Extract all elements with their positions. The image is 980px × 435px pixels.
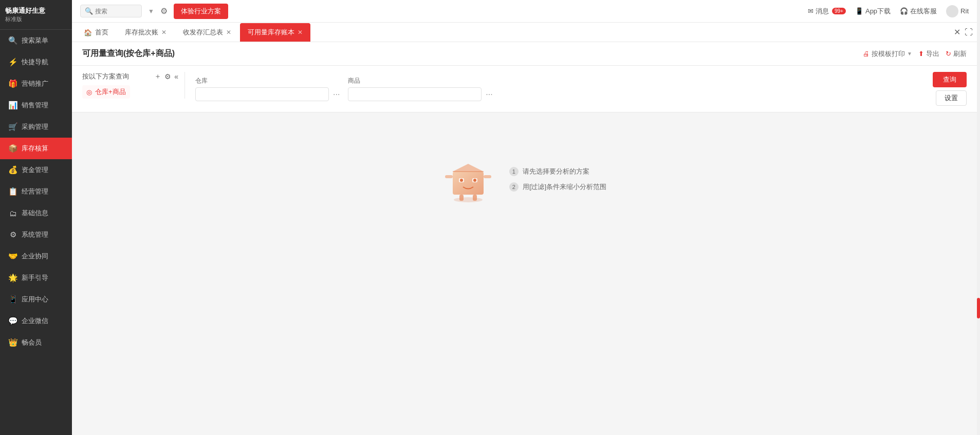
member-icon: 👑 <box>8 338 17 347</box>
sidebar-item-guide[interactable]: 🌟 新手引导 <box>0 267 72 289</box>
empty-tip-1: 1 请先选择要分析的方案 <box>509 167 606 176</box>
close-icon[interactable]: ✕ <box>161 29 167 36</box>
query-btn[interactable]: 查询 <box>933 72 967 87</box>
user-info[interactable]: Rit <box>946 5 969 17</box>
shortcut-icon: ⚡ <box>8 58 17 67</box>
home-icon: 🏠 <box>84 29 92 36</box>
close-icon[interactable]: ✕ <box>298 29 303 36</box>
basic-icon: 🗂 <box>8 209 17 218</box>
goods-input[interactable] <box>348 87 482 101</box>
print-icon: 🖨 <box>863 50 870 58</box>
filter-scheme-label: 按以下方案查询 <box>82 72 129 81</box>
app-title: 畅康通好生意 <box>5 6 67 15</box>
sidebar-item-basic[interactable]: 🗂 基础信息 <box>0 202 72 224</box>
guide-icon: 🌟 <box>8 273 17 282</box>
tab-batch-account[interactable]: 库存批次账 ✕ <box>117 23 174 42</box>
scheme-item[interactable]: ◎ 仓库+商品 <box>82 85 130 99</box>
sidebar-logo: 畅康通好生意 标准版 <box>0 0 72 30</box>
gift-icon: 🎁 <box>8 79 17 88</box>
sidebar-item-wechat[interactable]: 💬 企业微信 <box>0 310 72 332</box>
tab-available-ledger[interactable]: 可用量库存账本 ✕ <box>240 23 310 42</box>
warehouse-input-row: ··· <box>195 87 340 101</box>
tip-num-1: 1 <box>509 167 519 176</box>
sidebar-item-search[interactable]: 🔍 搜索菜单 <box>0 30 72 51</box>
export-btn[interactable]: ⬆ 导出 <box>918 49 939 59</box>
sidebar-item-marketing[interactable]: 🎁 营销推广 <box>0 73 72 94</box>
maximize-btn[interactable]: ⛶ <box>965 28 973 37</box>
search-input[interactable] <box>95 8 131 15</box>
sidebar-item-enterprise[interactable]: 🤝 企业协同 <box>0 245 72 267</box>
settings-btn[interactable]: 设置 <box>936 90 967 106</box>
app-download-btn[interactable]: 📱 App下载 <box>855 7 891 16</box>
svg-rect-8 <box>484 175 491 178</box>
print-label: 按模板打印 <box>872 49 905 59</box>
app-download-label: App下载 <box>865 7 891 16</box>
refresh-icon: ↻ <box>946 50 951 58</box>
sidebar-item-finance[interactable]: 💰 资金管理 <box>0 159 72 181</box>
chevron-down-icon: ▼ <box>907 51 912 56</box>
svg-point-6 <box>473 179 476 182</box>
sidebar: 畅康通好生意 标准版 🔍 搜索菜单 ⚡ 快捷导航 🎁 营销推广 📊 销售管理 🛒… <box>0 0 72 435</box>
app-icon: 📱 <box>855 7 863 15</box>
operation-icon: 📋 <box>8 187 17 196</box>
sidebar-item-label: 基础信息 <box>22 209 48 218</box>
filter-left-actions: ＋ ⚙ « <box>154 72 178 81</box>
online-service-btn[interactable]: 🎧 在线客服 <box>900 7 937 16</box>
tab-home[interactable]: 🏠 首页 <box>76 23 116 42</box>
message-label: 消息 <box>816 7 829 16</box>
gear-icon[interactable]: ⚙ <box>160 6 168 16</box>
sidebar-item-label: 畅会员 <box>22 338 42 347</box>
industry-btn[interactable]: 体验行业方案 <box>174 4 228 19</box>
goods-more-btn[interactable]: ··· <box>486 90 492 99</box>
empty-illustration <box>442 154 494 205</box>
tip-num-2: 2 <box>509 182 519 192</box>
sidebar-item-label: 库存核算 <box>22 144 48 153</box>
right-scrollbar[interactable] <box>977 0 980 435</box>
sidebar-item-label: 企业微信 <box>22 316 48 326</box>
warehouse-more-btn[interactable]: ··· <box>333 90 340 99</box>
refresh-btn[interactable]: ↻ 刷新 <box>946 49 967 59</box>
goods-field: 商品 ··· <box>348 77 492 101</box>
collapse-btn[interactable]: « <box>174 72 178 81</box>
svg-marker-1 <box>453 164 484 172</box>
tabs-bar: 🏠 首页 库存批次账 ✕ 收发存汇总表 ✕ 可用量库存账本 ✕ ✕ ⛶ <box>72 23 977 42</box>
search-icon: 🔍 <box>8 36 17 45</box>
tab-deposit-summary[interactable]: 收发存汇总表 ✕ <box>175 23 239 42</box>
empty-tips: 1 请先选择要分析的方案 2 用[过滤]条件来缩小分析范围 <box>509 167 606 192</box>
page-header: 可用量查询(按仓库+商品) 🖨 按模板打印 ▼ ⬆ 导出 ↻ 刷新 <box>72 42 977 66</box>
export-label: 导出 <box>926 49 939 59</box>
wechat-icon: 💬 <box>8 316 17 326</box>
sidebar-item-system[interactable]: ⚙ 系统管理 <box>0 224 72 245</box>
warehouse-label: 仓库 <box>195 77 340 85</box>
tab-available-ledger-label: 可用量库存账本 <box>248 28 294 37</box>
sidebar-item-label: 应用中心 <box>22 295 48 304</box>
enterprise-icon: 🤝 <box>8 252 17 261</box>
avatar <box>946 5 958 17</box>
sidebar-item-inventory[interactable]: 📦 库存核算 <box>0 138 72 159</box>
print-btn[interactable]: 🖨 按模板打印 ▼ <box>863 49 912 59</box>
inventory-icon: 📦 <box>8 144 17 153</box>
search-icon: 🔍 <box>85 7 93 15</box>
sidebar-item-label: 系统管理 <box>22 230 48 239</box>
settings-scheme-btn[interactable]: ⚙ <box>164 72 171 81</box>
topbar-search-box[interactable]: 🔍 <box>80 5 142 17</box>
sidebar-item-apps[interactable]: 📱 应用中心 <box>0 289 72 310</box>
close-icon[interactable]: ✕ <box>226 29 231 36</box>
topbar-right: ✉ 消息 99+ 📱 App下载 🎧 在线客服 Rit <box>808 5 969 17</box>
sidebar-item-operation[interactable]: 📋 经营管理 <box>0 181 72 202</box>
sidebar-item-member[interactable]: 👑 畅会员 <box>0 332 72 353</box>
add-scheme-btn[interactable]: ＋ <box>154 72 161 81</box>
svg-rect-0 <box>453 172 484 195</box>
warehouse-field: 仓库 ··· <box>195 77 340 101</box>
chevron-down-icon: ▼ <box>148 8 154 15</box>
finance-icon: 💰 <box>8 165 17 175</box>
message-btn[interactable]: ✉ 消息 99+ <box>808 7 846 16</box>
sidebar-item-purchase[interactable]: 🛒 采购管理 <box>0 116 72 138</box>
close-tab-btn[interactable]: ✕ <box>954 27 960 37</box>
scrollbar-thumb <box>977 298 980 318</box>
sidebar-item-label: 搜索菜单 <box>22 36 48 45</box>
warehouse-input[interactable] <box>195 87 329 101</box>
sidebar-item-shortcut[interactable]: ⚡ 快捷导航 <box>0 51 72 73</box>
tip-2-text: 用[过滤]条件来缩小分析范围 <box>523 182 606 192</box>
sidebar-item-sales[interactable]: 📊 销售管理 <box>0 94 72 116</box>
